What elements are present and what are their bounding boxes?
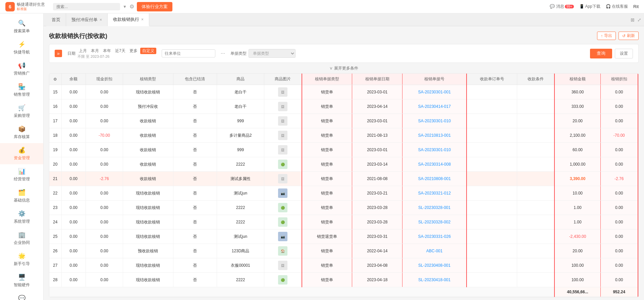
tab-prepay[interactable]: 预付冲应付单 × [66,13,108,26]
marketing-icon: 📢 [18,62,25,69]
sidebar-item-corp[interactable]: 🏢 企业协同 [0,228,43,249]
col-gear[interactable]: ⚙ [49,74,61,85]
tab-receipt-close[interactable]: × [141,17,144,22]
sidebar-item-inventory[interactable]: 📦 库存核算 [0,122,43,143]
cell-bill-no[interactable]: SA-20230301-010 [402,143,467,157]
cell-bill-no[interactable]: SL-20230408-001 [402,258,467,273]
bill-no-link[interactable]: SA-20230301-001 [418,90,450,94]
cell-bill-no[interactable]: SA-20230321-012 [402,186,467,201]
expand-more-btn[interactable]: ∨ 展开更多条件 [329,66,358,71]
cell-balance: 0.00 [61,229,86,244]
counterpart-input[interactable] [162,49,215,57]
tab-prepay-close[interactable]: × [100,17,102,22]
cell-cash-discount: 0.00 [86,99,123,114]
bill-no-link[interactable]: SL-20230408-001 [418,263,450,268]
sidebar-item-quicknav[interactable]: ⚡ 快捷导航 [0,37,43,58]
filter-bar: » 日期 上月 本月 本年 近7天 更多 自定义 不限 至 2023-07-26 [49,44,639,63]
date-custom[interactable]: 自定义 [140,48,156,54]
filter-dots[interactable]: ··· [221,50,225,56]
cell-goods-img: 🖼 [264,128,302,143]
cell-include-settled: 否 [173,157,217,172]
industry-btn[interactable]: 体验行业方案 [137,2,172,11]
bill-no-link[interactable]: SL-20230328-001 [418,205,450,210]
date-7days[interactable]: 近7天 [114,48,127,54]
cell-bill-no[interactable]: SA-20230314-008 [402,157,467,172]
cell-bill-no[interactable]: ABC-001 [402,244,467,258]
cell-seq: 18 [49,128,61,143]
filter-date-group: 日期 上月 本月 本年 近7天 更多 自定义 不限 至 2023-07-26 [67,48,156,59]
cell-receipt-cond [517,172,555,186]
app-download-link[interactable]: 📱 App下载 [579,4,600,9]
cell-receipt-order [467,128,517,143]
cell-bill-no[interactable]: SL-20230328-002 [402,215,467,229]
tab-receipt[interactable]: 收款核销执行 × [108,13,149,26]
bill-no-link[interactable]: SA-20210813-001 [418,133,450,138]
bill-no-link[interactable]: SA-20230321-012 [418,191,450,196]
sidebar-item-system[interactable]: ⚙️ 系统管理 [0,207,43,228]
settings-button[interactable]: 设置 [615,49,633,58]
sidebar-item-basic[interactable]: 🗂️ 基础信息 [0,185,43,207]
cell-cancel-amt: 360.00 [554,85,600,99]
cell-balance: 0.00 [61,85,86,99]
cell-bill-no[interactable]: SA-20230331-026 [402,229,467,244]
cell-receipt-order [467,99,517,114]
bill-no-link[interactable]: SA-20230331-026 [418,234,450,239]
bill-no-link[interactable]: SA-20230414-017 [418,104,450,109]
bill-no-link[interactable]: SA-20210808-001 [418,176,450,181]
wechat-icon: 💬 [18,295,25,300]
footer-spacer [49,287,554,297]
cell-bill-no[interactable]: SA-20210808-001 [402,172,467,186]
cell-bill-no[interactable]: SA-20210813-001 [402,128,467,143]
sidebar-item-wechat[interactable]: 💬 企业微信 [0,291,43,300]
sidebar-item-hardware[interactable]: 🖥️ 智能硬件 [0,270,43,291]
sidebar-item-guide[interactable]: 🌟 新手引导 [0,249,43,270]
online-service-link[interactable]: 🎧 在线客服 [606,4,628,9]
tab-home[interactable]: 首页 [46,13,66,26]
bill-no-link[interactable]: SA-20230301-010 [418,147,450,152]
cell-balance: 0.00 [61,244,86,258]
cell-bill-no[interactable]: SL-20230328-001 [402,201,467,215]
cell-cash-discount: 0.00 [86,143,123,157]
tab-prepay-label: 预付冲应付单 [71,17,98,23]
tabs-bar: 首页 预付冲应付单 × 收款核销执行 × ⊠ ⤢ [44,13,644,26]
bill-no-link[interactable]: SA-20230314-008 [418,162,450,167]
date-more[interactable]: 更多 [128,48,139,54]
bill-no-link[interactable]: SL-20230328-002 [418,220,450,224]
cell-cash-discount: 0.00 [86,229,123,244]
date-prev-month[interactable]: 上月 [77,48,88,54]
sidebar-item-finance[interactable]: 💰 资金管理 [0,143,43,164]
sidebar-item-business[interactable]: 📊 经营管理 [0,164,43,185]
filter-expand-btn[interactable]: » [55,50,62,57]
cell-bill-no[interactable]: SA-20230301-010 [402,114,467,128]
tab-expand-icon[interactable]: ⤢ [637,17,641,23]
bill-no-link[interactable]: SL-20230418-001 [418,277,450,282]
table-row: 19 0.00 0.00 收款核销 否 999 🖼 销货单 2023-03-01… [49,143,638,157]
date-cur-year[interactable]: 本年 [102,48,112,54]
sidebar-item-marketing[interactable]: 📢 营销推广 [0,58,43,80]
query-button[interactable]: 查询 [590,49,612,58]
export-button[interactable]: ↑ 导出 [597,32,616,40]
sidebar-item-sales[interactable]: 🏪 销售管理 [0,80,43,101]
cell-goods: 测试jun [217,186,264,201]
cell-goods-img: 📷 [264,186,302,201]
tab-close-all-icon[interactable]: ⊠ [631,17,635,23]
cell-cancel-disc: 0.00 [600,186,638,201]
sidebar-item-purchase[interactable]: 🛒 采购管理 [0,101,43,122]
cell-bill-no[interactable]: SA-20230414-017 [402,99,467,114]
bill-type-select[interactable]: 单据类型 [249,49,296,58]
refresh-button[interactable]: ↺ 刷新 [619,32,639,40]
cell-cancel-amt: 2,100.00 [554,128,600,143]
cell-bill-no[interactable]: SL-20230418-001 [402,273,467,287]
cell-include-settled: 否 [173,85,217,99]
bill-no-link[interactable]: SA-20230301-010 [418,119,450,123]
sidebar-item-search[interactable]: 🔍 搜索菜单 [0,16,43,37]
bill-no-link[interactable]: ABC-001 [426,249,443,253]
date-cur-month[interactable]: 本月 [90,48,100,54]
cell-bill-no[interactable]: SA-20230301-001 [402,85,467,99]
cell-goods-img: 🖼 [264,143,302,157]
message-icon[interactable]: 💬 消息99+ [550,4,574,9]
search-input[interactable] [53,3,120,10]
col-receipt-order: 收款单订单号 [467,74,517,85]
cell-cancel-amt: 100.00 [554,258,600,273]
tab-receipt-label: 收款核销执行 [113,16,139,23]
